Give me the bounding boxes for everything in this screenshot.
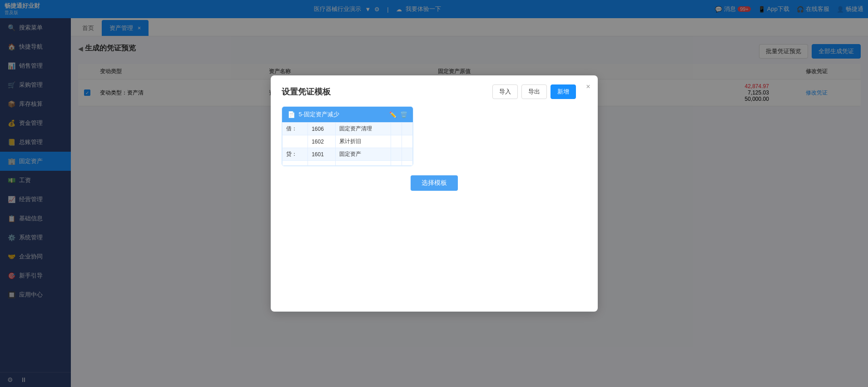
entry-col3-3 [391, 148, 402, 161]
template-row-3: 贷： 1601 固定资产 [282, 148, 412, 161]
template-delete-icon[interactable]: 🗑️ [400, 111, 407, 118]
entry-type-2 [282, 135, 308, 148]
template-card-actions: ✏️ 🗑️ [389, 111, 407, 118]
template-card-header: 📄 5-固定资产减少 ✏️ 🗑️ [282, 107, 413, 122]
template-edit-icon[interactable]: ✏️ [389, 111, 397, 118]
entry-col3-1 [391, 123, 402, 135]
template-row-1: 借： 1606 固定资产清理 [282, 123, 412, 135]
template-doc-icon: 📄 [288, 111, 295, 118]
entry-type-3: 贷： [282, 148, 308, 161]
app-container: 畅捷通好业财 普及版 医疗器械行业演示 ▼ ⚙ | ☁ 我要体验一下 💬 消息 … [0, 0, 868, 387]
modal-toolbar: 导入 导出 新增 [492, 84, 576, 99]
entry-col4-3 [402, 148, 412, 161]
entry-code-4 [308, 161, 335, 166]
export-btn[interactable]: 导出 [521, 84, 547, 99]
entry-col4-2 [402, 135, 412, 148]
entry-name-3: 固定资产 [335, 148, 391, 161]
entry-name-1: 固定资产清理 [335, 123, 391, 135]
new-btn[interactable]: 新增 [551, 84, 576, 99]
template-row-4 [282, 161, 412, 166]
entry-col4-4 [402, 161, 412, 166]
entry-name-2: 累计折旧 [335, 135, 391, 148]
entry-type-1: 借： [282, 123, 308, 135]
entry-col4-1 [402, 123, 412, 135]
entry-code-1: 1606 [308, 123, 335, 135]
entry-col3-4 [391, 161, 402, 166]
template-row-2: 1602 累计折旧 [282, 135, 412, 148]
entry-code-2: 1602 [308, 135, 335, 148]
modal-dialog: × 设置凭证模板 导入 导出 新增 📄 5-固定资产减少 ✏️ 🗑️ [271, 75, 598, 312]
template-table: 借： 1606 固定资产清理 1602 累计折旧 [282, 122, 413, 166]
modal-overlay: × 设置凭证模板 导入 导出 新增 📄 5-固定资产减少 ✏️ 🗑️ [0, 0, 868, 387]
entry-type-4 [282, 161, 308, 166]
template-card: 📄 5-固定资产减少 ✏️ 🗑️ 借： 1606 固定资产清理 [282, 106, 413, 166]
template-name: 5-固定资产减少 [299, 110, 386, 119]
template-card-body: 借： 1606 固定资产清理 1602 累计折旧 [282, 122, 413, 166]
modal-close-btn[interactable]: × [586, 83, 590, 91]
import-btn[interactable]: 导入 [492, 84, 518, 99]
select-template-btn[interactable]: 选择模板 [411, 175, 458, 191]
entry-col3-2 [391, 135, 402, 148]
entry-code-3: 1601 [308, 148, 335, 161]
entry-name-4 [335, 161, 391, 166]
